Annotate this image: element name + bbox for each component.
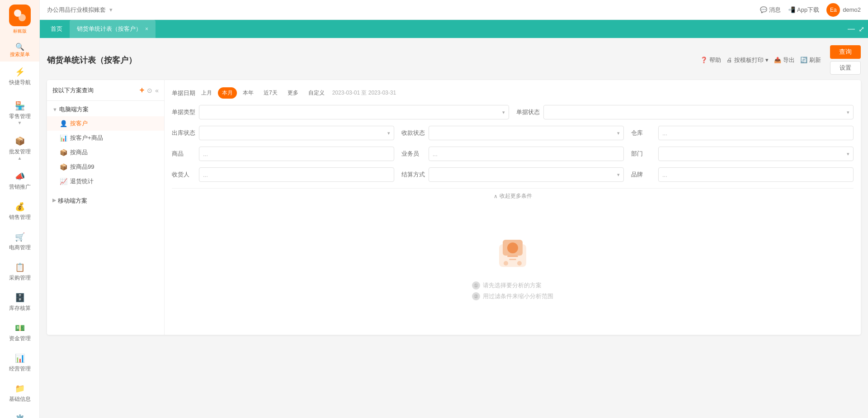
desktop-group-header[interactable]: ▼ 电脑端方案 [47, 103, 164, 116]
date-btn-more[interactable]: 更多 [283, 87, 302, 99]
filter-item-status: 单据状态 ▾ [516, 105, 854, 119]
filter-item-salesman: 业务员 ... [401, 147, 624, 161]
logo-text: 标账版 [13, 28, 27, 34]
main-area: 办公用品行业模拟账套 ▾ 💬 消息 📲 App下载 Ea demo2 首页 销货… [40, 0, 868, 418]
logo-icon [9, 5, 31, 26]
export-btn[interactable]: 📤 导出 [774, 56, 795, 64]
help-btn[interactable]: ❓ 帮助 [700, 56, 721, 64]
tab-maximize-btn[interactable]: ⤢ [859, 25, 864, 33]
scheme-header: 按以下方案查询 + ⊙ « [47, 80, 164, 101]
filter-item-brand: 品牌 ... [631, 167, 854, 182]
department-control[interactable]: ▾ [658, 147, 854, 161]
warehouse-control[interactable]: ... [658, 126, 854, 140]
filter-row-1: 单据类型 ▾ 单据状态 ▾ [172, 105, 854, 119]
sidebar-item-operations[interactable]: 📊 经营管理 [0, 348, 39, 378]
header-right: 💬 消息 📲 App下载 Ea demo2 [760, 3, 861, 17]
type-label: 单据类型 [172, 108, 195, 116]
tab-home[interactable]: 首页 [43, 20, 70, 38]
scheme-add-btn[interactable]: + [140, 86, 145, 95]
empty-state: ① 请先选择要分析的方案 ② 用过滤条件来缩小分析范围 [172, 204, 854, 328]
scheme-item-4[interactable]: 📈 退货统计 [47, 174, 164, 189]
settlement-control[interactable]: ▾ [429, 167, 624, 182]
sidebar-item-finance[interactable]: 💵 资金管理 [0, 318, 39, 348]
app-download-btn[interactable]: 📲 App下载 [788, 6, 819, 14]
receiver-control[interactable]: ... [199, 167, 394, 182]
tabs-bar-right: — ⤢ [848, 25, 864, 33]
system-icon: ⚙️ [15, 414, 25, 418]
sidebar-item-inventory[interactable]: 🗄️ 库存核算 [0, 287, 39, 318]
scheme-item-icon-1: 📊 [60, 134, 67, 142]
svg-point-8 [517, 261, 522, 266]
goods-control[interactable]: ... [199, 147, 394, 161]
receiver-label: 收货人 [172, 171, 195, 179]
scheme-item-1[interactable]: 📊 按客户+商品 [47, 131, 164, 145]
message-btn[interactable]: 💬 消息 [760, 6, 781, 14]
ecommerce-icon: 🛒 [15, 232, 25, 242]
brand-control[interactable]: ... [658, 167, 854, 182]
date-btn-7days[interactable]: 近7天 [259, 87, 282, 99]
sidebar-item-quick-nav[interactable]: ⚡ 快捷导航 [0, 62, 39, 92]
status-dropdown-arrow: ▾ [847, 109, 849, 115]
purchase-icon: 📋 [15, 262, 25, 272]
finance-icon: 💵 [15, 323, 25, 333]
scheme-collapse-btn[interactable]: « [155, 87, 159, 94]
message-icon: 💬 [760, 6, 767, 13]
scheme-item-3[interactable]: 📦 按商品99 [47, 160, 164, 174]
status-control[interactable]: ▾ [543, 105, 854, 119]
quick-nav-icon: ⚡ [15, 67, 25, 77]
settings-button[interactable]: 设置 [830, 61, 861, 75]
filter-item-receiver: 收货人 ... [172, 167, 394, 182]
date-btn-this-month[interactable]: 本月 [218, 87, 237, 99]
salesman-control[interactable]: ... [429, 147, 624, 161]
inventory-icon: 🗄️ [15, 293, 25, 303]
receipt-status-control[interactable]: ▾ [429, 126, 624, 140]
date-btn-this-year[interactable]: 本年 [239, 87, 258, 99]
basic-info-icon: 📁 [15, 384, 25, 394]
wholesale-icon: 📦 [15, 136, 25, 146]
type-control[interactable]: ▾ [199, 105, 509, 119]
collapse-up-icon: ∧ [494, 193, 498, 200]
sidebar-item-search[interactable]: 🔍 搜索菜单 [0, 39, 39, 62]
user-area[interactable]: Ea demo2 [826, 3, 861, 17]
date-btn-last-month[interactable]: 上月 [197, 87, 216, 99]
scheme-item-2[interactable]: 📦 按商品 [47, 145, 164, 160]
settlement-label: 结算方式 [401, 171, 425, 179]
scheme-settings-btn[interactable]: ⊙ [147, 87, 152, 94]
template-print-btn[interactable]: 🖨 按模板打印 ▾ [726, 56, 769, 64]
goods-label: 商品 [172, 150, 195, 158]
sidebar-item-marketing[interactable]: 📣 营销推广 [0, 166, 39, 196]
page-title-bar: 销货单统计表（按客户） ❓ 帮助 🖨 按模板打印 ▾ 📤 导出 🔄 刷新 [47, 45, 861, 75]
tab-close-btn[interactable]: × [145, 26, 148, 32]
export-icon: 📤 [774, 57, 781, 63]
collapse-bar[interactable]: ∧ 收起更多条件 [172, 188, 854, 204]
sidebar-item-system[interactable]: ⚙️ 系统管理 [0, 408, 39, 418]
download-icon: 📲 [788, 6, 795, 13]
scheme-panel: 按以下方案查询 + ⊙ « ▼ 电脑端方案 👤 按客户 [47, 80, 165, 335]
out-status-control[interactable]: ▾ [199, 126, 394, 140]
scheme-item-0[interactable]: 👤 按客户 [47, 116, 164, 131]
mobile-group-label: 移动端方案 [58, 197, 87, 205]
sidebar-item-wholesale[interactable]: 📦 批发管理 ▲ [0, 131, 39, 166]
username: demo2 [843, 6, 861, 13]
date-btn-custom[interactable]: 自定义 [304, 87, 329, 99]
sidebar-item-sales[interactable]: 💰 销售管理 [0, 196, 39, 227]
sidebar-item-basic-info[interactable]: 📁 基础信息 [0, 378, 39, 408]
sidebar-item-ecommerce[interactable]: 🛒 电商管理 [0, 227, 39, 257]
status-label: 单据状态 [516, 108, 540, 116]
tab-minimize-btn[interactable]: — [848, 25, 855, 33]
svg-point-1 [19, 14, 26, 21]
mobile-group-header[interactable]: ▶ 移动端方案 [47, 192, 164, 208]
filter-row-2: 出库状态 ▾ 收款状态 ▾ 仓库 [172, 126, 854, 140]
dropdown-arrow[interactable]: ▾ [109, 6, 113, 13]
collapse-label: 收起更多条件 [500, 192, 532, 200]
empty-hint-1: ① 请先选择要分析的方案 [472, 281, 542, 290]
sidebar-item-purchase[interactable]: 📋 采购管理 [0, 257, 39, 287]
type-dropdown-arrow: ▾ [502, 109, 505, 115]
sidebar-logo: 标账版 [0, 0, 39, 39]
sidebar-item-retail[interactable]: 🏪 零售管理 ▼ [0, 95, 39, 131]
refresh-btn[interactable]: 🔄 刷新 [800, 56, 821, 64]
warehouse-label: 仓库 [631, 129, 655, 137]
query-button[interactable]: 查询 [830, 45, 861, 59]
filter-item-department: 部门 ▾ [631, 147, 854, 161]
tab-active[interactable]: 销货单统计表（按客户） × [70, 20, 156, 38]
